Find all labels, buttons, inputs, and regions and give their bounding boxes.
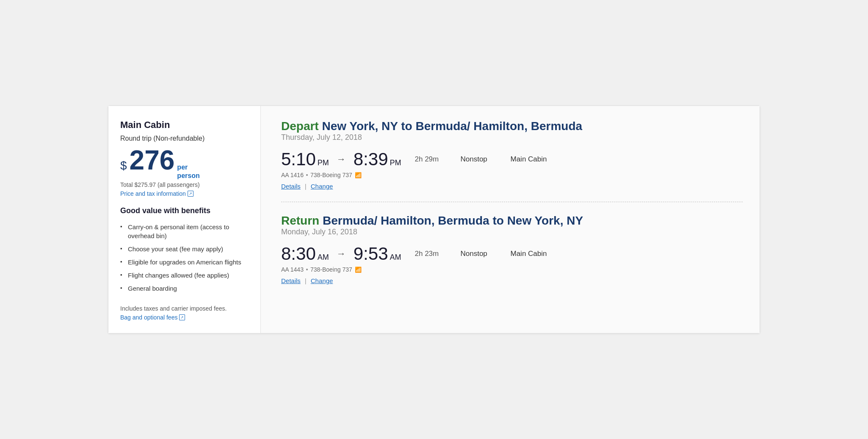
benefit-item: Choose your seat (fee may apply)	[120, 242, 249, 256]
right-panel: Depart New York, NY to Bermuda/ Hamilton…	[261, 106, 760, 333]
depart-duration: 2h 29m	[415, 155, 449, 164]
return-route-text: Bermuda/ Hamilton, Bermuda to New York, …	[323, 214, 583, 227]
depart-aircraft: 738-Boeing 737	[310, 172, 352, 178]
depart-route-text: New York, NY to Bermuda/ Hamilton, Bermu…	[322, 119, 582, 133]
return-direction-word: Return	[281, 214, 319, 227]
price-tax-link[interactable]: Price and tax information ↗	[120, 190, 194, 197]
return-stops: Nonstop	[461, 250, 499, 258]
depart-direction-word: Depart	[281, 119, 319, 133]
arrive-time-ampm: PM	[390, 158, 401, 167]
dot-separator	[306, 174, 308, 176]
return-depart-time-value: 8:30	[281, 245, 316, 263]
pipe-separator: |	[305, 183, 307, 190]
benefit-item: Flight changes allowed (fee applies)	[120, 269, 249, 282]
depart-detail-row: AA 1416 738-Boeing 737 📶	[281, 172, 743, 178]
return-links-row: Details | Change	[281, 277, 743, 284]
return-arrive-time-block: 9:53 AM	[354, 245, 401, 263]
flight-card: Main Cabin Round trip (Non-refundable) $…	[108, 106, 760, 333]
return-pipe-separator: |	[305, 277, 307, 284]
return-route-header: Return Bermuda/ Hamilton, Bermuda to New…	[281, 214, 743, 236]
left-panel: Main Cabin Round trip (Non-refundable) $…	[108, 106, 261, 333]
return-arrive-time-value: 9:53	[354, 245, 388, 263]
depart-section: Depart New York, NY to Bermuda/ Hamilton…	[281, 119, 743, 190]
depart-stops: Nonstop	[461, 155, 499, 164]
depart-route-direction: Depart New York, NY to Bermuda/ Hamilton…	[281, 119, 743, 133]
depart-change-link[interactable]: Change	[311, 183, 333, 190]
return-section: Return Bermuda/ Hamilton, Bermuda to New…	[281, 214, 743, 284]
return-arrive-time-ampm: AM	[390, 253, 401, 262]
return-route-direction: Return Bermuda/ Hamilton, Bermuda to New…	[281, 214, 743, 228]
depart-date: Thursday, July 12, 2018	[281, 133, 743, 142]
return-date: Monday, July 16, 2018	[281, 228, 743, 236]
price-amount: 276	[130, 147, 175, 174]
total-price: Total $275.97 (all passengers)	[120, 181, 249, 188]
depart-time-value: 5:10	[281, 150, 316, 168]
return-depart-time-block: 8:30 AM	[281, 245, 329, 263]
benefits-list: Carry-on & personal item (access to over…	[120, 220, 249, 295]
depart-cabin: Main Cabin	[511, 155, 547, 164]
return-flight-number: AA 1443	[281, 266, 304, 273]
arrive-time-block: 8:39 PM	[354, 150, 401, 168]
includes-text: Includes taxes and carrier imposed fees.	[120, 305, 249, 312]
return-details-link[interactable]: Details	[281, 277, 301, 284]
trip-type: Round trip (Non-refundable)	[120, 135, 249, 142]
depart-links-row: Details | Change	[281, 183, 743, 190]
depart-flight-number: AA 1416	[281, 172, 304, 178]
wifi-icon: 📶	[355, 172, 362, 178]
dot-separator-2	[306, 269, 308, 270]
return-aircraft: 738-Boeing 737	[310, 266, 352, 273]
depart-time-ampm: PM	[318, 158, 329, 167]
depart-times-row: 5:10 PM → 8:39 PM 2h 29m Nonstop Main Ca…	[281, 150, 743, 168]
external-link-icon-bag: ↗	[179, 314, 185, 320]
section-divider	[281, 202, 743, 202]
return-meta: 2h 23m Nonstop Main Cabin	[415, 250, 547, 258]
arrow-icon: →	[337, 154, 346, 165]
depart-route-header: Depart New York, NY to Bermuda/ Hamilton…	[281, 119, 743, 142]
return-change-link[interactable]: Change	[311, 277, 333, 284]
depart-details-link[interactable]: Details	[281, 183, 301, 190]
return-times-row: 8:30 AM → 9:53 AM 2h 23m Nonstop Main Ca…	[281, 245, 743, 263]
return-wifi-icon: 📶	[355, 267, 362, 273]
benefit-item: Eligible for upgrades on American flight…	[120, 256, 249, 269]
depart-meta: 2h 29m Nonstop Main Cabin	[415, 155, 547, 164]
return-cabin: Main Cabin	[511, 250, 547, 258]
benefits-title: Good value with benefits	[120, 206, 249, 215]
price-row: $ 276 per person	[120, 147, 249, 179]
return-depart-time-ampm: AM	[318, 253, 329, 262]
dollar-sign: $	[120, 160, 127, 172]
return-duration: 2h 23m	[415, 250, 449, 258]
arrive-time-value: 8:39	[354, 150, 388, 168]
return-arrow-icon: →	[337, 248, 346, 259]
depart-time-block: 5:10 PM	[281, 150, 329, 168]
benefit-item: Carry-on & personal item (access to over…	[120, 220, 249, 242]
bag-fees-link[interactable]: Bag and optional fees ↗	[120, 314, 185, 321]
per-person-label: per person	[177, 163, 202, 179]
external-link-icon: ↗	[188, 191, 194, 197]
cabin-title: Main Cabin	[120, 119, 249, 131]
benefit-item: General boarding	[120, 282, 249, 295]
return-detail-row: AA 1443 738-Boeing 737 📶	[281, 266, 743, 273]
